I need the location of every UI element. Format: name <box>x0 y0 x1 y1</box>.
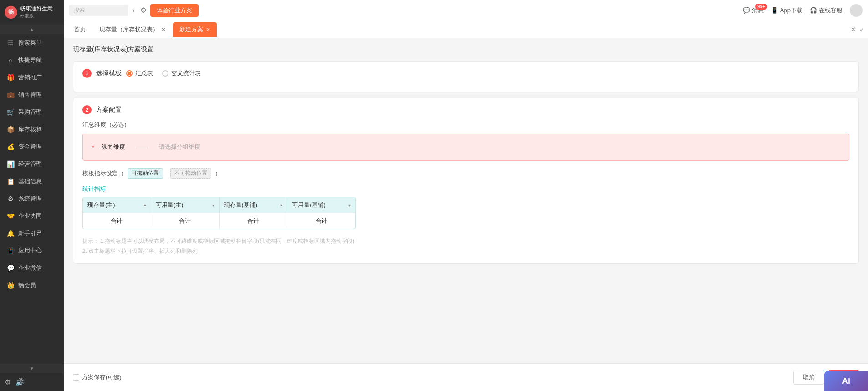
radio-summary-label: 汇总表 <box>135 69 153 77</box>
sidebar-item-basic-info[interactable]: 📋 基础信息 <box>0 173 64 190</box>
dim-label: 纵向维度 <box>102 143 125 151</box>
search-placeholder: 搜索 <box>74 7 85 13</box>
radio-summary-circle <box>126 70 133 77</box>
page-title: 现存量(库存状况表)方案设置 <box>73 46 859 54</box>
online-service-button[interactable]: 🎧 在线客服 <box>810 6 842 15</box>
sidebar-scroll-up[interactable]: ▲ <box>0 25 64 34</box>
tab-inventory-status[interactable]: 现存量（库存状况表） ✕ <box>93 22 172 37</box>
sidebar-item-label: 库存核算 <box>18 125 42 134</box>
tab-new-plan-close[interactable]: ✕ <box>206 26 210 33</box>
cooperation-icon: 🤝 <box>6 212 15 220</box>
sidebar-item-inventory[interactable]: 📦 库存核算 <box>0 121 64 138</box>
tab-home[interactable]: 首页 <box>67 22 92 37</box>
tip1: 1.拖动标题栏可以调整布局，不可跨维度或指标区域拖动栏目字段(只能在同一维度或指… <box>100 238 354 244</box>
section2-num: 2 <box>82 105 92 114</box>
sidebar: 畅 畅康通好生意 标准版 ▲ ☰ 搜索菜单 ⌂ 快捷导航 🎁 营销推广 💼 销售… <box>0 0 64 391</box>
sound-icon[interactable]: 🔊 <box>15 378 25 386</box>
expand-icon[interactable]: ⤢ <box>859 26 864 33</box>
sidebar-item-label: 新手引导 <box>18 229 42 237</box>
stat-cell-1: 合计 <box>151 213 220 229</box>
inventory-icon: 📦 <box>6 126 15 133</box>
main-area: 搜索 ▾ ⚙ 体验行业方案 💬 消息 99+ 📱 App下载 🎧 在线客服 首页 <box>64 0 868 391</box>
tips-title: 提示： <box>82 238 99 244</box>
section1-header: 1 选择模板 汇总表 交叉统计表 <box>82 69 849 78</box>
user-avatar[interactable] <box>850 4 863 17</box>
save-checkbox[interactable] <box>73 374 79 381</box>
stat-col-1-label: 可用量(主) <box>156 201 184 209</box>
sidebar-item-sales[interactable]: 💼 销售管理 <box>0 86 64 103</box>
sidebar-item-new-guide[interactable]: 🔔 新手引导 <box>0 225 64 242</box>
section-choose-template: 1 选择模板 汇总表 交叉统计表 <box>73 61 859 92</box>
radio-crosstab[interactable]: 交叉统计表 <box>162 69 201 77</box>
sidebar-item-system[interactable]: ⚙ 系统管理 <box>0 190 64 207</box>
purchase-icon: 🛒 <box>6 108 15 116</box>
logo-icon: 畅 <box>5 6 17 19</box>
sidebar-item-label: 企业协同 <box>18 212 42 220</box>
topbar-dropdown-icon[interactable]: ▾ <box>132 7 135 14</box>
sidebar-item-vip[interactable]: 👑 畅会员 <box>0 277 64 294</box>
indicator-close: ） <box>215 170 221 178</box>
stat-col-3-chevron[interactable]: ▾ <box>348 203 351 208</box>
topbar-search-box[interactable]: 搜索 <box>69 5 128 16</box>
topbar-gear-icon[interactable]: ⚙ <box>140 6 147 15</box>
finance-icon: 💰 <box>6 143 15 150</box>
draggable-badge: 可拖动位置 <box>128 168 163 179</box>
sidebar-item-label: 应用中心 <box>18 247 42 255</box>
template-radio-group: 汇总表 交叉统计表 <box>126 69 201 77</box>
app-download-button[interactable]: 📱 App下载 <box>771 6 802 15</box>
sidebar-logo: 畅 畅康通好生意 标准版 <box>0 0 64 25</box>
stat-col-1-chevron[interactable]: ▾ <box>212 203 214 208</box>
sidebar-item-enterprise-wx[interactable]: 💬 企业微信 <box>0 259 64 277</box>
sidebar-item-purchase[interactable]: 🛒 采购管理 <box>0 103 64 121</box>
sidebar-item-operation[interactable]: 📊 经营管理 <box>0 155 64 173</box>
quick-nav-icon: ⌂ <box>6 57 15 64</box>
sidebar-item-marketing[interactable]: 🎁 营销推广 <box>0 69 64 86</box>
sales-icon: 💼 <box>6 91 15 98</box>
save-option[interactable]: 方案保存(可选) <box>73 373 122 381</box>
sidebar-item-label: 畅会员 <box>18 281 36 289</box>
sidebar-item-label: 营销推广 <box>18 73 42 82</box>
section1-num: 1 <box>82 69 92 78</box>
tab-inventory-label: 现存量（库存状况表） <box>99 26 158 34</box>
operation-icon: 📊 <box>6 160 15 168</box>
new-guide-icon: 🔔 <box>6 230 15 237</box>
basic-info-icon: 📋 <box>6 178 15 185</box>
sidebar-item-label: 快捷导航 <box>18 56 42 64</box>
sidebar-item-app-center[interactable]: 📱 应用中心 <box>0 242 64 259</box>
stat-col-3-label: 可用量(基辅) <box>292 201 326 209</box>
stat-col-3: 可用量(基辅) ▾ <box>287 197 355 213</box>
tips-section: 提示： 1.拖动标题栏可以调整布局，不可跨维度或指标区域拖动栏目字段(只能在同一… <box>82 237 849 256</box>
app-download-label: App下载 <box>780 6 802 15</box>
section2-header: 2 方案配置 <box>82 105 849 114</box>
stat-col-2-label: 现存量(基辅) <box>224 201 258 209</box>
trial-plan-button[interactable]: 体验行业方案 <box>150 4 199 17</box>
tab-inventory-close[interactable]: ✕ <box>161 26 166 33</box>
sidebar-item-cooperation[interactable]: 🤝 企业协同 <box>0 207 64 225</box>
app-edition: 标准版 <box>20 13 53 19</box>
enterprise-wx-icon: 💬 <box>6 264 15 272</box>
tab-home-label: 首页 <box>74 26 86 34</box>
messages-button[interactable]: 💬 消息 99+ <box>743 6 764 15</box>
stat-col-0-chevron[interactable]: ▾ <box>144 203 146 208</box>
stats-table: 现存量(主) ▾ 可用量(主) ▾ 现存量(基辅) ▾ 可用量(基辅) ▾ <box>82 197 356 229</box>
settings-icon[interactable]: ⚙ <box>5 378 11 386</box>
stat-col-2-chevron[interactable]: ▾ <box>280 203 282 208</box>
sidebar-item-label: 基础信息 <box>18 177 42 185</box>
ai-float-button[interactable]: Ai <box>824 371 868 391</box>
tab-new-plan[interactable]: 新建方案 ✕ <box>173 22 217 37</box>
section1-title: 选择模板 <box>96 69 122 77</box>
cancel-button[interactable]: 取消 <box>793 370 824 385</box>
app-center-icon: 📱 <box>6 247 15 254</box>
radio-summary[interactable]: 汇总表 <box>126 69 153 77</box>
sidebar-item-label: 销售管理 <box>18 91 42 99</box>
close-all-icon[interactable]: ✕ <box>851 26 856 33</box>
vip-icon: 👑 <box>6 282 15 289</box>
sidebar-item-search-menu[interactable]: ☰ 搜索菜单 <box>0 34 64 51</box>
sidebar-item-finance[interactable]: 💰 资金管理 <box>0 138 64 155</box>
tabs-actions: ✕ ⤢ <box>851 26 864 33</box>
aggregate-dim-label: 汇总维度（必选） <box>82 121 849 129</box>
stat-col-0: 现存量(主) ▾ <box>83 197 151 213</box>
sidebar-scroll-down[interactable]: ▼ <box>0 364 64 373</box>
radio-crosstab-circle <box>162 70 168 77</box>
sidebar-item-quick-nav[interactable]: ⌂ 快捷导航 <box>0 51 64 69</box>
